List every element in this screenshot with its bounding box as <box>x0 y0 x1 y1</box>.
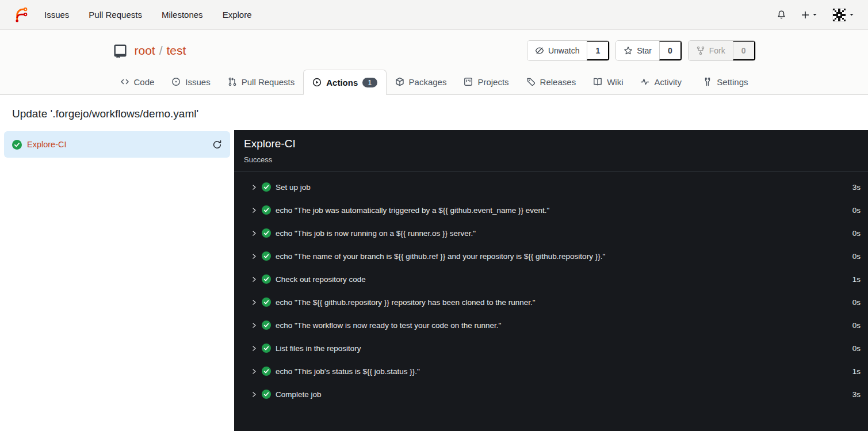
unwatch-button[interactable]: Unwatch <box>527 41 587 60</box>
step-row[interactable]: Check out repository code 1s <box>234 268 868 291</box>
tab-settings[interactable]: Settings <box>694 69 756 94</box>
tab-wiki[interactable]: Wiki <box>584 69 632 94</box>
git-fork-icon <box>696 46 705 55</box>
step-name: Check out repository code <box>276 275 846 284</box>
step-duration: 3s <box>852 183 861 192</box>
stars-count[interactable]: 0 <box>659 41 682 60</box>
step-row[interactable]: echo "This job's status is ${{ job.statu… <box>234 360 868 383</box>
step-row[interactable]: echo "This job is now running on a ${{ r… <box>234 222 868 245</box>
code-icon <box>120 77 129 86</box>
check-circle-icon <box>262 274 271 284</box>
chevron-right-icon <box>250 391 258 398</box>
rerun-job-button[interactable] <box>212 140 222 150</box>
repo-action-buttons: Unwatch 1 Star 0 <box>527 40 756 61</box>
step-name: Set up job <box>276 183 846 192</box>
tab-code[interactable]: Code <box>112 69 163 94</box>
tab-label: Projects <box>477 77 508 87</box>
chevron-right-icon <box>250 322 258 329</box>
step-name: List files in the repository <box>276 344 846 353</box>
jobs-sidebar: Explore-CI <box>0 130 234 431</box>
caret-down-icon <box>849 12 854 17</box>
tab-label: Packages <box>409 77 447 87</box>
play-circle-icon <box>312 78 322 87</box>
navbar-item-milestones[interactable]: Milestones <box>152 0 213 29</box>
step-name: echo "This job is now running on a ${{ r… <box>276 229 846 238</box>
forks-count[interactable]: 0 <box>733 41 755 60</box>
fork-button-group: Fork 0 <box>688 40 756 61</box>
step-row[interactable]: echo "The job was automatically triggere… <box>234 199 868 222</box>
issue-opened-icon <box>171 77 181 86</box>
tab-actions[interactable]: Actions 1 <box>303 70 386 95</box>
step-row[interactable]: Set up job 3s <box>234 176 868 199</box>
watchers-count[interactable]: 1 <box>587 41 609 60</box>
avatar-identicon <box>832 8 846 22</box>
tab-pull-requests[interactable]: Pull Requests <box>219 69 304 94</box>
check-circle-icon <box>262 182 271 192</box>
caret-down-icon <box>812 12 817 17</box>
chevron-right-icon <box>250 368 258 375</box>
step-duration: 0s <box>852 252 861 261</box>
fork-label: Fork <box>709 46 725 55</box>
navbar-item-issues[interactable]: Issues <box>35 0 79 29</box>
sidebar-job-explore-ci[interactable]: Explore-CI <box>4 131 230 158</box>
notifications-button[interactable] <box>772 6 791 23</box>
tab-label: Pull Requests <box>242 77 295 87</box>
step-name: echo "The name of your branch is ${{ git… <box>276 252 846 261</box>
navbar-links: Issues Pull Requests Milestones Explore <box>35 0 261 29</box>
tab-packages[interactable]: Packages <box>387 69 456 94</box>
step-name: echo "The workflow is now ready to test … <box>276 321 846 330</box>
check-circle-icon <box>262 251 271 261</box>
step-row[interactable]: List files in the repository 0s <box>234 337 868 360</box>
step-row[interactable]: echo "The workflow is now ready to test … <box>234 314 868 337</box>
chevron-right-icon <box>250 207 258 214</box>
git-pull-request-icon <box>228 77 237 86</box>
tab-releases[interactable]: Releases <box>518 69 585 94</box>
star-button[interactable]: Star <box>616 41 659 60</box>
navbar-item-pull-requests[interactable]: Pull Requests <box>79 0 152 29</box>
step-duration: 3s <box>852 390 861 399</box>
repo-owner-link[interactable]: root <box>135 44 155 58</box>
check-circle-icon <box>12 140 22 150</box>
refresh-icon <box>212 140 222 150</box>
step-row[interactable]: echo "The ${{ github.repository }} repos… <box>234 291 868 314</box>
user-menu-button[interactable] <box>828 5 859 25</box>
job-log-header: Explore-CI Success <box>234 130 868 172</box>
step-name: Complete job <box>276 390 846 399</box>
step-row[interactable]: Complete job 3s <box>234 383 868 406</box>
create-new-button[interactable] <box>797 7 822 22</box>
step-row[interactable]: echo "The name of your branch is ${{ git… <box>234 245 868 268</box>
navbar-item-explore[interactable]: Explore <box>213 0 262 29</box>
tab-projects[interactable]: Projects <box>455 69 517 94</box>
tab-label: Code <box>134 77 155 87</box>
step-name: echo "This job's status is ${{ job.statu… <box>276 367 846 376</box>
actions-run-view: Update '.forgejo/workflows/demo.yaml' Ex… <box>0 95 868 431</box>
chevron-right-icon <box>250 184 258 191</box>
tab-label: Releases <box>540 77 576 87</box>
step-name: echo "The ${{ github.repository }} repos… <box>276 298 846 307</box>
step-duration: 0s <box>852 206 861 215</box>
pulse-icon <box>640 77 649 86</box>
tab-label: Issues <box>185 77 210 87</box>
tab-activity[interactable]: Activity <box>632 69 690 94</box>
check-circle-icon <box>262 344 271 353</box>
repo-name-link[interactable]: test <box>167 44 186 58</box>
job-steps-list: Set up job 3s echo "The job was automati… <box>234 172 868 406</box>
job-log-panel: Explore-CI Success Set up job 3s echo "T… <box>234 130 868 431</box>
chevron-right-icon <box>250 253 258 260</box>
navbar-right <box>772 5 859 25</box>
star-label: Star <box>637 46 652 55</box>
unwatch-label: Unwatch <box>548 46 579 55</box>
run-title: Update '.forgejo/workflows/demo.yaml' <box>0 95 868 130</box>
fork-button[interactable]: Fork <box>689 41 733 60</box>
tab-issues[interactable]: Issues <box>163 69 219 94</box>
eye-off-icon <box>535 46 544 55</box>
step-duration: 0s <box>852 321 861 330</box>
forgejo-logo-icon[interactable] <box>13 7 29 23</box>
tools-icon <box>703 77 712 86</box>
book-open-icon <box>593 77 602 86</box>
star-icon <box>624 46 633 55</box>
tab-label: Wiki <box>607 77 623 87</box>
tab-label: Actions <box>326 78 358 87</box>
check-circle-icon <box>262 390 271 399</box>
star-button-group: Star 0 <box>615 40 682 61</box>
